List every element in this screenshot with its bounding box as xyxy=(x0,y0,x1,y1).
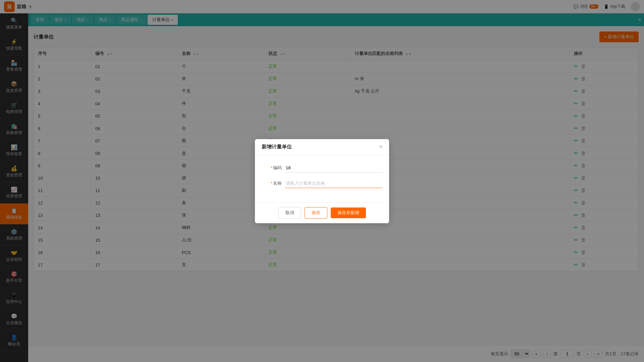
save-button[interactable]: 保存 xyxy=(305,207,327,219)
code-label: *编码 xyxy=(262,165,282,171)
form-row-name: *名称 xyxy=(262,179,382,188)
code-input[interactable] xyxy=(285,163,382,173)
modal-close-button[interactable]: × xyxy=(379,144,382,150)
add-unit-modal: 新增计量单位 × *编码 *名称 取消 保存 保存并新增 xyxy=(255,139,389,223)
cancel-button[interactable]: 取消 xyxy=(278,207,301,219)
name-label: *名称 xyxy=(262,180,282,186)
required-star-name: * xyxy=(271,181,272,186)
name-input[interactable] xyxy=(285,179,382,188)
required-star: * xyxy=(271,165,272,170)
modal-body: *编码 *名称 xyxy=(255,155,389,202)
form-row-code: *编码 xyxy=(262,163,382,173)
save-new-button[interactable]: 保存并新增 xyxy=(331,207,366,218)
modal-title: 新增计量单位 xyxy=(262,144,292,150)
modal-header: 新增计量单位 × xyxy=(255,139,389,155)
modal-overlay: 新增计量单位 × *编码 *名称 取消 保存 保存并新增 xyxy=(0,0,644,362)
modal-footer: 取消 保存 保存并新增 xyxy=(255,202,389,223)
